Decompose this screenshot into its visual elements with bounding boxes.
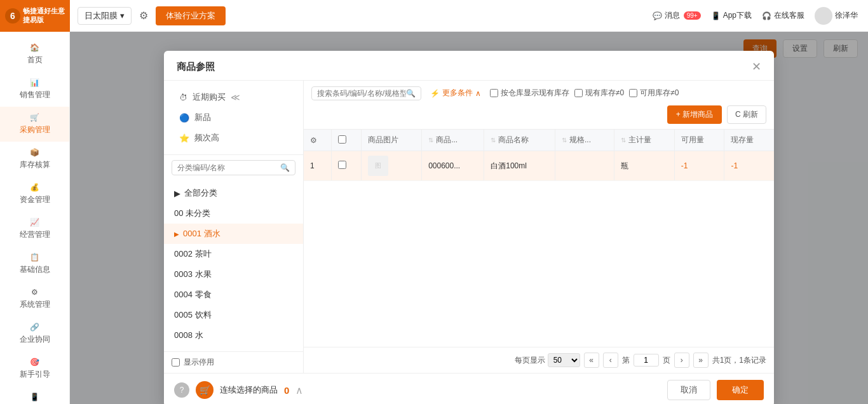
next-page-button[interactable]: ›	[674, 353, 689, 368]
cancel-button[interactable]: 取消	[667, 380, 710, 400]
filter-button[interactable]: ⚡ 更多条件 ∧	[426, 86, 485, 100]
sidebar-label-finance: 资金管理	[20, 194, 50, 205]
row-checkbox[interactable]	[338, 161, 346, 169]
category-liquor[interactable]: ▶ 0001 酒水	[164, 224, 303, 244]
sidebar-item-operations[interactable]: 📈 经营管理	[0, 212, 69, 246]
select-all-checkbox[interactable]	[338, 135, 346, 144]
cart-icon[interactable]: 🛒	[196, 381, 214, 399]
operations-icon: 📈	[30, 218, 39, 227]
sidebar-item-home[interactable]: 🏠 首页	[0, 37, 69, 72]
app-download-item[interactable]: 📱 App下载	[711, 10, 752, 21]
stock-value: -1	[731, 161, 738, 170]
th-checkbox[interactable]	[331, 130, 361, 151]
help-icon[interactable]: ?	[174, 382, 189, 398]
main-layout: 🏠 首页 📊 销售管理 🛒 采购管理 📦 库存核算 💰 资金管理 📈 经营管理 …	[0, 32, 868, 404]
sidebar-item-basics[interactable]: 📋 基础信息	[0, 246, 69, 281]
th-settings[interactable]: ⚙	[304, 130, 331, 151]
warehouse-checkbox[interactable]	[490, 89, 498, 97]
available-checkbox[interactable]	[574, 89, 583, 97]
online-service-item[interactable]: 🎧 在线客服	[762, 10, 804, 21]
cell-num: 1	[304, 151, 331, 181]
category-beverage[interactable]: 0005 饮料	[164, 305, 303, 325]
per-page-select[interactable]: 每页显示 50 100 200	[515, 353, 580, 367]
inventory-icon: 📦	[30, 148, 39, 157]
refresh-button[interactable]: C 刷新	[727, 105, 766, 124]
quick-item-recent[interactable]: ⏱ 近期购买 ≪	[172, 87, 295, 107]
th-name-label: 商品名称	[498, 135, 529, 145]
sidebar-item-finance[interactable]: 💰 资金管理	[0, 177, 69, 212]
check-available-nonzero[interactable]: 现有库存≠0	[574, 88, 624, 98]
user-item[interactable]: 徐泽华	[815, 7, 858, 25]
category-appliance[interactable]: 0010 家电	[164, 346, 303, 351]
show-disabled-checkbox[interactable]	[172, 358, 180, 367]
footer-collapse-icon[interactable]: ∧	[295, 384, 303, 396]
th-spec[interactable]: ⇅ 规格...	[555, 130, 614, 151]
category-water[interactable]: 0008 水	[164, 325, 303, 346]
search-box[interactable]: 🔍	[311, 86, 421, 100]
sidebar-item-enterprise[interactable]: 🔗 企业协同	[0, 316, 69, 351]
quick-list: ⏱ 近期购买 ≪ 🔵 新品 ⭐ 频次高	[172, 87, 295, 148]
usable-checkbox[interactable]	[629, 89, 637, 97]
check-usable-nonzero[interactable]: 可用库存≠0	[629, 88, 679, 98]
category-search[interactable]: 🔍	[172, 160, 295, 175]
gear-icon[interactable]: ⚙	[139, 10, 148, 22]
th-image: 商品图片	[361, 130, 421, 151]
category-unclassified-label: 00 未分类	[174, 208, 210, 219]
recent-icon: ⏱	[179, 93, 187, 102]
message-icon: 💬	[653, 11, 662, 20]
category-snacks[interactable]: 0004 零食	[164, 285, 303, 305]
sidebar-item-apps[interactable]: 📱 应用中心	[0, 386, 69, 404]
check-warehouse[interactable]: 按仓库显示现有库存	[490, 88, 569, 98]
th-unit[interactable]: ⇅ 主计量	[614, 130, 674, 151]
basics-icon: 📋	[30, 253, 39, 262]
modal-title: 商品参照	[177, 61, 215, 73]
nav-right: 💬 消息 99+ 📱 App下载 🎧 在线客服 徐泽华	[653, 7, 858, 25]
logo: 6 畅捷通好生意 捷易版	[0, 0, 70, 32]
sidebar-label-purchase: 采购管理	[20, 125, 50, 135]
collapse-icon[interactable]: ≪	[231, 92, 240, 102]
sidebar-item-sales[interactable]: 📊 销售管理	[0, 72, 69, 107]
th-code[interactable]: ⇅ 商品...	[422, 130, 484, 151]
sidebar-item-purchase[interactable]: 🛒 采购管理	[0, 107, 69, 142]
headset-icon: 🎧	[762, 11, 771, 20]
quick-item-new[interactable]: 🔵 新品	[172, 107, 295, 128]
search-input[interactable]	[317, 89, 406, 98]
add-product-button[interactable]: + 新增商品	[667, 105, 722, 124]
sidebar-item-inventory[interactable]: 📦 库存核算	[0, 142, 69, 177]
cell-stock: -1	[724, 151, 774, 181]
category-liquor-label: 0001 酒水	[183, 228, 220, 239]
available-value: -1	[681, 161, 688, 170]
modal-close-button[interactable]: ✕	[752, 60, 761, 74]
trial-button[interactable]: 体验行业方案	[156, 6, 226, 25]
filter-arrow-icon: ∧	[475, 89, 481, 98]
sort-name-icon: ⇅	[491, 137, 496, 144]
page-input[interactable]	[634, 354, 659, 367]
first-page-button[interactable]: «	[584, 353, 599, 368]
sidebar-item-guide[interactable]: 🎯 新手引导	[0, 351, 69, 386]
table-row[interactable]: 1 图 000600... 白酒100ml 瓶	[304, 151, 774, 181]
page-label: 第	[622, 355, 630, 366]
footer-left: ? 🛒 连续选择的商品 0 ∧	[174, 381, 303, 399]
new-label: 新品	[194, 112, 211, 123]
sidebar: 🏠 首页 📊 销售管理 🛒 采购管理 📦 库存核算 💰 资金管理 📈 经营管理 …	[0, 32, 70, 404]
cell-checkbox[interactable]	[331, 151, 361, 181]
th-available: 可用量	[674, 130, 724, 151]
category-all[interactable]: ▶ 全部分类	[164, 183, 303, 203]
category-unclassified[interactable]: 00 未分类	[164, 203, 303, 224]
sidebar-item-system[interactable]: ⚙ 系统管理	[0, 281, 69, 316]
category-fruit[interactable]: 0003 水果	[164, 264, 303, 285]
category-tea[interactable]: 0002 茶叶	[164, 244, 303, 264]
th-unit-label: 主计量	[628, 135, 651, 145]
page-suffix: 页	[663, 355, 670, 366]
confirm-button[interactable]: 确定	[717, 380, 764, 400]
quick-item-frequent[interactable]: ⭐ 频次高	[172, 128, 295, 148]
logo-text: 畅捷通好生意 捷易版	[23, 7, 65, 24]
per-page-dropdown[interactable]: 50 100 200	[548, 353, 580, 367]
last-page-button[interactable]: »	[693, 353, 709, 368]
th-name[interactable]: ⇅ 商品名称	[484, 130, 555, 151]
prev-page-button[interactable]: ‹	[603, 353, 618, 368]
category-search-input[interactable]	[177, 163, 280, 172]
settings-icon: ⚙	[310, 136, 317, 145]
message-item[interactable]: 💬 消息 99+	[653, 10, 701, 21]
nav-dropdown[interactable]: 日太阳膜 ▾	[78, 7, 132, 25]
